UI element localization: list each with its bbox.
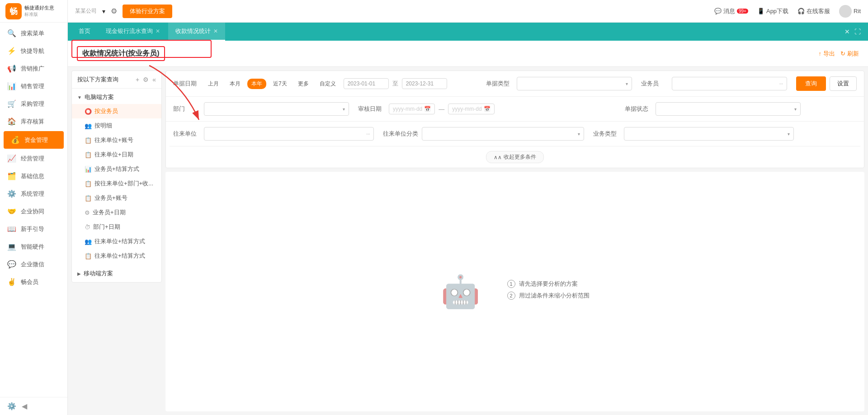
maximize-icon[interactable]: ⛶ — [854, 28, 861, 35]
scheme-item-by-detail[interactable]: 👥 按明细 — [72, 118, 161, 133]
sidebar-item-system[interactable]: ⚙️ 系统管理 — [0, 185, 67, 203]
tabs-left: 首页 现金银行流水查询 ✕ 收款情况统计 ✕ — [71, 23, 225, 41]
scheme-item-unit-date[interactable]: 📋 往来单位+日期 — [72, 147, 161, 162]
sidebar-item-basic[interactable]: 🗂️ 基础信息 — [0, 167, 67, 185]
capital-icon: 💰 — [11, 136, 20, 144]
collapse-sidebar-icon[interactable]: ◀ — [22, 402, 27, 410]
sidebar-item-wechat[interactable]: 💬 企业微信 — [0, 255, 67, 273]
content-area: 按以下方案查询 + ⚙ « ▼ 电脑端方案 ⭕ 按业务员 — [68, 67, 868, 415]
date-7days[interactable]: 近7天 — [269, 79, 291, 89]
service-icon: 🎧 — [797, 8, 805, 14]
add-scheme-icon[interactable]: + — [136, 76, 139, 83]
export-icon: ↑ — [819, 50, 822, 57]
date-more[interactable]: 更多 — [294, 79, 313, 89]
query-button[interactable]: 查询 — [796, 76, 826, 91]
tab-bank[interactable]: 现金银行流水查询 ✕ — [99, 23, 167, 41]
scheme-item-unit-settlement2[interactable]: 📋 往来单位+结算方式 — [72, 249, 161, 263]
breadcrumb-dropdown[interactable]: ▾ — [102, 8, 105, 15]
right-panel: 单据日期 上月 本月 本年 近7天 更多 自定义 2023-01-01 — [162, 67, 868, 415]
counterparty-type-label: 往来单位分类 — [383, 130, 418, 138]
scheme-item-sp-account[interactable]: 📋 业务员+账号 — [72, 191, 161, 205]
voucher-status-select[interactable]: ▾ — [656, 102, 801, 116]
counterparty-more: ··· — [366, 132, 370, 137]
user-avatar[interactable]: Rit — [839, 5, 861, 18]
scheme-detail-icon: 👥 — [85, 123, 92, 129]
scheme-pc-group: ▼ 电脑端方案 ⭕ 按业务员 👥 按明细 📋 往来单位+账号 — [72, 89, 161, 265]
tab-collection[interactable]: 收款情况统计 ✕ — [168, 23, 225, 41]
counterparty-input[interactable]: ··· — [204, 127, 374, 141]
export-button[interactable]: ↑ 导出 — [819, 50, 835, 58]
top-header: 某某公司 ▾ ⚙ 体验行业方案 💬 消息 99+ 📱 App下载 🎧 在线客服 … — [68, 0, 868, 23]
page-title: 收款情况统计(按业务员) — [77, 46, 165, 61]
tab-collection-close[interactable]: ✕ — [213, 28, 218, 34]
sidebar-item-capital[interactable]: 💰 资金管理 — [4, 131, 64, 149]
empty-robot-icon: 🤖 — [441, 273, 480, 310]
business-type-select[interactable]: ▾ — [624, 127, 794, 141]
scheme-item-salesperson-settlement[interactable]: 📊 业务员+结算方式 — [72, 162, 161, 176]
sidebar-item-hardware[interactable]: 💻 智能硬件 — [0, 238, 67, 255]
collapse-bar: ∧∧ 收起更多条件 — [170, 146, 860, 168]
avatar-image — [839, 5, 852, 18]
sidebar-item-marketing[interactable]: 📢 营销推广 — [0, 60, 67, 77]
scheme-settings-icon[interactable]: ⚙ — [143, 76, 149, 83]
scheme-item-sp-date[interactable]: ⚙ 业务员+日期 — [72, 205, 161, 220]
refresh-button[interactable]: ↻ 刷新 — [840, 50, 859, 58]
date-to-input[interactable]: 2023-12-31 — [402, 78, 447, 89]
mobile-group-toggle[interactable]: ▶ 移动端方案 — [72, 267, 161, 280]
scheme-item-unit-dept[interactable]: 📋 按往来单位+部门+收... — [72, 176, 161, 191]
app-download-action[interactable]: 📱 App下载 — [757, 7, 788, 15]
header-gear-icon[interactable]: ⚙ — [111, 7, 117, 15]
tabs-bar: 首页 现金银行流水查询 ✕ 收款情况统计 ✕ ✕ ⛶ — [68, 23, 868, 41]
dept-select[interactable]: ▾ — [204, 102, 349, 116]
audit-date-from-input[interactable]: yyyy-mm-dd 📅 — [389, 104, 435, 114]
salesperson-select[interactable]: ··· — [672, 77, 787, 90]
marketing-icon: 📢 — [7, 64, 16, 73]
tab-home[interactable]: 首页 — [71, 23, 98, 41]
filter-voucher-status-item: 单据状态 ▾ — [625, 102, 801, 116]
online-service-action[interactable]: 🎧 在线客服 — [797, 7, 830, 15]
mobile-group-label: 移动端方案 — [84, 269, 113, 278]
dept-arrow: ▾ — [343, 107, 345, 112]
voucher-type-select[interactable]: ▾ — [517, 77, 632, 90]
sidebar-item-guide[interactable]: 📖 新手引导 — [0, 220, 67, 238]
sidebar-item-quicknav[interactable]: ⚡ 快捷导航 — [0, 42, 67, 60]
scheme-item-dept-date[interactable]: ⏱ 部门+日期 — [72, 220, 161, 234]
settings-icon[interactable]: ⚙️ — [7, 402, 16, 410]
audit-date-label: 审核日期 — [358, 105, 385, 113]
close-window-icon[interactable]: ✕ — [844, 28, 850, 35]
audit-date-to-input[interactable]: yyyy-mm-dd 📅 — [448, 104, 494, 114]
sidebar-item-inventory[interactable]: 🏠 库存核算 — [0, 113, 67, 130]
setting-button[interactable]: 设置 — [830, 76, 857, 91]
page-header: 收款情况统计(按业务员) ↑ 导出 ↻ 刷新 — [68, 41, 868, 67]
sidebar-item-enterprise[interactable]: 🤝 企业协同 — [0, 203, 67, 220]
enterprise-icon: 🤝 — [7, 207, 16, 216]
date-this-year[interactable]: 本年 — [247, 79, 266, 89]
scheme-panel: 按以下方案查询 + ⚙ « ▼ 电脑端方案 ⭕ 按业务员 — [71, 71, 162, 283]
scheme-item-unit-settlement1[interactable]: 👥 往来单位+结算方式 — [72, 234, 161, 249]
scheme-collapse-icon[interactable]: « — [152, 76, 156, 83]
sidebar-item-operations[interactable]: 📈 经营管理 — [0, 150, 67, 167]
collapse-button[interactable]: ∧∧ 收起更多条件 — [486, 151, 544, 163]
tab-bank-close[interactable]: ✕ — [156, 28, 160, 34]
date-last-month[interactable]: 上月 — [204, 79, 223, 89]
scheme-sp-date-icon: ⚙ — [85, 209, 90, 216]
scheme-item-unit-account[interactable]: 📋 往来单位+账号 — [72, 133, 161, 147]
date-custom[interactable]: 自定义 — [316, 79, 340, 89]
message-action[interactable]: 💬 消息 99+ — [714, 7, 748, 15]
sidebar-item-purchase[interactable]: 🛒 采购管理 — [0, 95, 67, 113]
operations-icon: 📈 — [7, 154, 16, 163]
page-actions: ↑ 导出 ↻ 刷新 — [819, 50, 859, 58]
scheme-item-by-salesperson[interactable]: ⭕ 按业务员 — [72, 104, 161, 118]
trial-button[interactable]: 体验行业方案 — [123, 5, 172, 18]
empty-step-2: 2 用过滤条件来缩小分析范围 — [507, 292, 590, 300]
counterparty-type-select[interactable]: ▾ — [422, 127, 584, 141]
sidebar-item-sales[interactable]: 📊 销售管理 — [0, 77, 67, 95]
filter-row-1: 单据日期 上月 本月 本年 近7天 更多 自定义 2023-01-01 — [166, 71, 864, 97]
date-this-month[interactable]: 本月 — [226, 79, 245, 89]
scheme-mobile-group: ▶ 移动端方案 — [72, 265, 161, 282]
date-from-input[interactable]: 2023-01-01 — [344, 78, 389, 89]
sidebar-item-member[interactable]: ✌️ 畅会员 — [0, 273, 67, 291]
sidebar-item-search[interactable]: 🔍 搜索菜单 — [0, 24, 67, 42]
counterparty-type-arrow: ▾ — [578, 132, 580, 137]
scheme-group-toggle[interactable]: ▼ 电脑端方案 — [72, 90, 161, 104]
